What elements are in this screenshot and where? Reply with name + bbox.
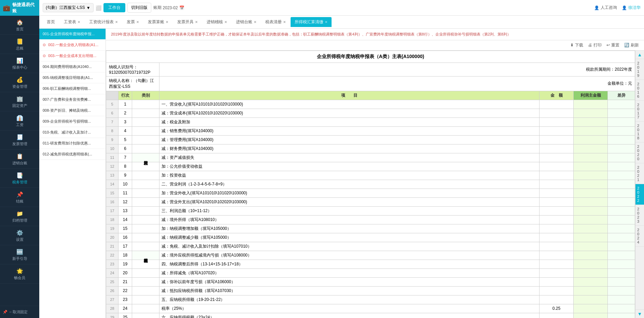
- row-profit[interactable]: [574, 109, 608, 117]
- download-button[interactable]: ⬇ 下载: [570, 42, 583, 48]
- row-amount[interactable]: [540, 171, 574, 180]
- tab-close[interactable]: ✕: [78, 20, 80, 24]
- row-item[interactable]: 减：税金及附加: [159, 117, 540, 126]
- tab-close[interactable]: ✕: [325, 20, 327, 24]
- row-item[interactable]: 加：纳税调整增加额（填写A105000）: [159, 224, 540, 233]
- year-item-2016[interactable]: 2016: [635, 80, 644, 101]
- row-item[interactable]: 减：营业外支出(填写A102010\102020\103000): [159, 197, 540, 206]
- sidebar-item-资金管理[interactable]: 💰资金管理: [0, 73, 39, 92]
- tab-close[interactable]: ✕: [224, 20, 227, 24]
- row-profit[interactable]: [574, 162, 608, 171]
- row-amount[interactable]: [540, 215, 574, 224]
- sidebar-item-进销台账[interactable]: 📋进销台账: [0, 150, 39, 169]
- row-amount[interactable]: [540, 162, 574, 171]
- row-amount[interactable]: [540, 242, 574, 251]
- row-amount[interactable]: [540, 295, 574, 304]
- sidebar-item-总账[interactable]: 📒总账: [0, 35, 39, 54]
- tab-close[interactable]: ✕: [195, 20, 198, 24]
- tab-close[interactable]: ✕: [254, 20, 256, 24]
- row-diff[interactable]: [608, 206, 635, 215]
- row-profit[interactable]: [574, 242, 608, 251]
- old-version-button[interactable]: 切到旧版: [127, 3, 151, 13]
- row-amount[interactable]: [540, 251, 574, 260]
- row-diff[interactable]: [608, 242, 635, 251]
- row-diff[interactable]: [608, 197, 635, 206]
- sidebar-footer[interactable]: 📌 ←取消固定: [0, 306, 39, 318]
- row-amount[interactable]: [540, 135, 574, 144]
- row-profit[interactable]: [574, 153, 608, 162]
- row-amount[interactable]: [540, 117, 574, 126]
- row-profit[interactable]: [574, 251, 608, 260]
- row-diff[interactable]: [608, 144, 635, 153]
- row-amount[interactable]: [540, 268, 574, 277]
- row-profit[interactable]: [574, 206, 608, 215]
- left-panel-item-007[interactable]: 007-广告费和业务宣传费摊...: [39, 94, 106, 105]
- sidebar-item-首页[interactable]: 🏠首页: [0, 16, 39, 35]
- row-profit[interactable]: [574, 224, 608, 233]
- sidebar-item-设置[interactable]: ⚙️设置: [0, 226, 39, 245]
- tab-close[interactable]: ✕: [136, 20, 139, 24]
- row-item[interactable]: 减：抵扣应纳税所得额（填写A107030）: [159, 286, 540, 295]
- row-amount[interactable]: [540, 224, 574, 233]
- row-item[interactable]: 减：境外所得（填写A108010）: [159, 215, 540, 224]
- year-item-2020[interactable]: 2020: [635, 142, 644, 163]
- row-diff[interactable]: [608, 180, 635, 189]
- row-item[interactable]: 减：纳税调整减少额（填写A105000）: [159, 233, 540, 242]
- row-diff[interactable]: [608, 295, 635, 304]
- row-amount[interactable]: [540, 109, 574, 117]
- row-profit[interactable]: [574, 197, 608, 206]
- row-diff[interactable]: [608, 189, 635, 197]
- row-profit[interactable]: [574, 268, 608, 277]
- sidebar-item-归档管理[interactable]: 📁归档管理: [0, 207, 39, 226]
- row-amount[interactable]: [540, 126, 574, 135]
- row-diff[interactable]: [608, 153, 635, 162]
- row-amount[interactable]: [540, 180, 574, 189]
- sidebar-item-固定资产[interactable]: 🏢固定资产: [0, 92, 39, 111]
- left-panel-item-009[interactable]: 009-企业所得税补亏损明细...: [39, 116, 106, 127]
- tab-进销台账[interactable]: 进销台账✕: [232, 17, 261, 27]
- tab-所得税汇算清缴[interactable]: 所得税汇算清缴✕: [291, 17, 332, 27]
- sidebar-item-发票管理[interactable]: 🧾发票管理: [0, 130, 39, 150]
- row-item[interactable]: 减：所得减免（填写A107020）: [159, 268, 540, 277]
- row-diff[interactable]: [608, 304, 635, 313]
- copy-icon[interactable]: ⬜: [96, 5, 101, 11]
- left-panel-item-004[interactable]: 004-期间费用明细表(A1040...: [39, 61, 106, 72]
- row-amount[interactable]: [540, 286, 574, 295]
- row-amount[interactable]: [540, 100, 574, 109]
- row-item[interactable]: 二、营业利润（1-2-3-4-5-6-7-8+9）: [159, 180, 540, 189]
- year-item-2022[interactable]: 2022: [635, 184, 644, 205]
- year-item-2021[interactable]: 2021: [635, 163, 644, 184]
- tab-close[interactable]: ✕: [115, 20, 118, 24]
- row-profit[interactable]: [574, 171, 608, 180]
- year-item-2019[interactable]: 2019: [635, 59, 644, 80]
- row-item[interactable]: 减：销售费用(填写A104000): [159, 126, 540, 135]
- row-amount[interactable]: [540, 260, 574, 268]
- row-item[interactable]: 四、纳税调整后所得（13-14+15-16-17+18）: [159, 260, 540, 268]
- row-profit[interactable]: [574, 260, 608, 268]
- left-panel-item-001[interactable]: 001-企业所得税年度纳税申报...: [39, 29, 106, 40]
- left-panel-item-003[interactable]: ⊙ 003-一般企业成本支出明细...: [39, 51, 106, 61]
- row-item[interactable]: 加：公允价值变动收益: [159, 162, 540, 171]
- tab-close[interactable]: ✕: [283, 20, 286, 24]
- left-panel-item-008[interactable]: 008-资产折旧、摊销及纳税...: [39, 105, 106, 116]
- row-item[interactable]: 六、应纳所得税额（23×24）: [159, 313, 540, 318]
- tab-首页[interactable]: 首页: [43, 17, 59, 27]
- left-panel-item-010[interactable]: 010-免税、减计收入及加计...: [39, 127, 106, 138]
- tab-发票开具[interactable]: 发票开具✕: [173, 17, 202, 27]
- calendar-icon[interactable]: 📅: [179, 5, 184, 10]
- sidebar-item-结账[interactable]: 📌结账: [0, 188, 39, 207]
- row-diff[interactable]: [608, 100, 635, 109]
- sidebar-item-税务管理[interactable]: 📑税务管理: [0, 169, 39, 188]
- row-diff[interactable]: [608, 260, 635, 268]
- row-item[interactable]: 五、应纳税所得额（19-20-21-22）: [159, 295, 540, 304]
- row-item[interactable]: 税率（25%）: [159, 304, 540, 313]
- refresh-button[interactable]: 🔄 刷新: [624, 42, 639, 48]
- row-diff[interactable]: [608, 224, 635, 233]
- row-profit[interactable]: [574, 277, 608, 286]
- row-item[interactable]: 减：境外应税所得抵减境内亏损（填写A108000）: [159, 251, 540, 260]
- row-profit[interactable]: [574, 135, 608, 144]
- row-item[interactable]: 加：营业外收入(填写A101010\101020\103000): [159, 189, 540, 197]
- row-item[interactable]: 减：资产减值损失: [159, 153, 540, 162]
- row-diff[interactable]: [608, 171, 635, 180]
- user-name[interactable]: 👤 徐洁华: [622, 5, 641, 11]
